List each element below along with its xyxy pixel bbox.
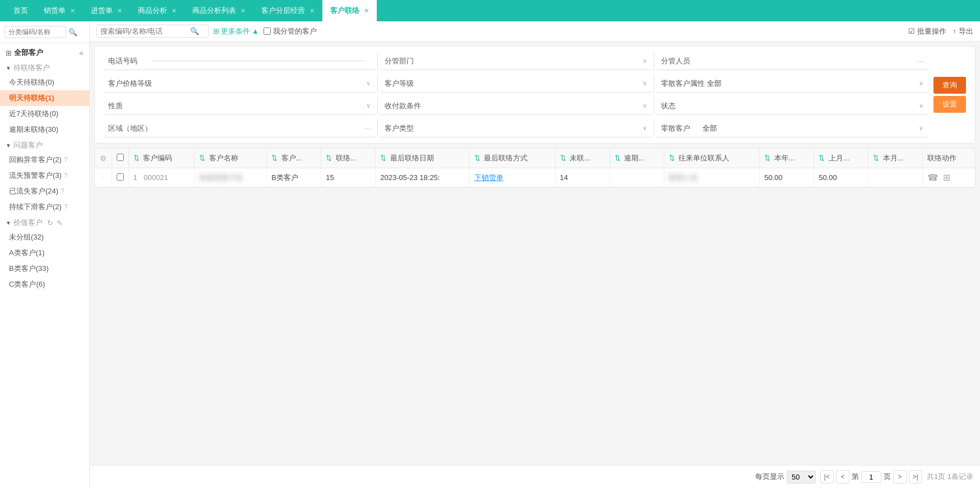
col-action: 联络动作 [923, 149, 975, 168]
more-filter-btn[interactable]: ⊞ 更多条件 ▲ [213, 26, 259, 36]
sort-icon2[interactable]: ⇅ [199, 154, 205, 162]
my-customers-check[interactable] [264, 27, 271, 35]
more-action-icon[interactable]: ⊞ [943, 172, 950, 183]
chevron-down-icon8: ∨ [642, 125, 647, 132]
sidebar-item-overdue[interactable]: 逾期未联络(30) [0, 122, 89, 137]
nav-item-customer-contact[interactable]: 客户联络 ✕ [322, 0, 377, 21]
payment-select[interactable]: ∨ [535, 102, 647, 109]
sidebar-search-area: 🔍 [0, 21, 89, 43]
manager-dots[interactable]: ··· [917, 57, 923, 65]
sidebar-item-declining[interactable]: 持续下滑客户(2) ? [0, 199, 89, 215]
dept-select[interactable]: ∨ [535, 57, 647, 65]
price-tier-select[interactable]: ∨ [261, 80, 371, 87]
help-icon-declining[interactable]: ? [64, 203, 68, 211]
filter-price-tier: 客户价格等级 ∨ [104, 75, 375, 93]
nav-item-customer-tier[interactable]: 客户分层经营 ✕ [253, 0, 322, 21]
scatter-attr-select[interactable]: ∨ [822, 80, 923, 87]
close-analysis-list-icon[interactable]: ✕ [241, 7, 246, 15]
export-btn[interactable]: ↑ 导出 [953, 26, 974, 36]
query-button[interactable]: 查询 [933, 77, 966, 94]
sort-icon7[interactable]: ⇅ [560, 154, 566, 162]
row-this-year: 50.00 [760, 168, 814, 187]
sort-icon3[interactable]: ⇅ [271, 154, 278, 162]
sidebar-item-churned[interactable]: 已流失客户(24) ? [0, 183, 89, 199]
sort-icon8[interactable]: ⇅ [614, 154, 621, 162]
sidebar-item-tomorrow[interactable]: 明天待联络(1) [0, 90, 89, 106]
sort-icon12[interactable]: ⇅ [873, 154, 879, 162]
filter-status: 状态 ∨ [657, 97, 928, 115]
customer-tier-select[interactable]: ∨ [535, 80, 647, 87]
col-contact-count: ⇅ 联络... [321, 149, 376, 168]
filter-scatter-attr: 零散客户属性 全部 ∨ [657, 75, 928, 93]
row-last-method: 下销货单 [469, 168, 555, 187]
filter-icon: ⊞ [213, 27, 219, 35]
sidebar-collapse-btn[interactable]: « [79, 48, 84, 57]
row-contact-count: 15 [321, 168, 376, 187]
nav-item-home[interactable]: 首页 [6, 0, 36, 21]
prev-page-btn[interactable]: < [836, 470, 849, 484]
help-icon-churned[interactable]: ? [61, 187, 64, 195]
filter-customer-tier: 客户等级 ∨ [380, 75, 651, 93]
sidebar-item-class-c[interactable]: C类客户(6) [0, 277, 89, 292]
nav-item-analysis-list[interactable]: 商品分析列表 ✕ [184, 0, 253, 21]
search-icon[interactable]: 🔍 [190, 27, 199, 35]
sidebar-item-class-b[interactable]: B类客户(33) [0, 261, 89, 277]
help-icon-repurchase[interactable]: ? [64, 156, 68, 164]
filter-region: 区域（地区） ··· [104, 119, 375, 137]
close-customer-tier-icon[interactable]: ✕ [309, 7, 315, 15]
sidebar-item-7days[interactable]: 近7天待联络(0) [0, 106, 89, 122]
next-page-btn[interactable]: > [893, 470, 907, 484]
row-last-month: 50.00 [814, 168, 868, 187]
status-select[interactable]: ∨ [812, 102, 923, 109]
col-last-month: ⇅ 上月... [814, 149, 868, 168]
sidebar-search-icon[interactable]: 🔍 [68, 28, 77, 36]
customer-type-select[interactable]: ∨ [535, 125, 647, 132]
value-customer-group[interactable]: ▼ 价值客户 ↻ ✎ [0, 215, 89, 229]
sidebar-item-repurchase[interactable]: 回购异常客户(2) ? [0, 152, 89, 168]
problem-customer-group[interactable]: ▼ 问题客户 [0, 137, 89, 152]
first-page-btn[interactable]: |< [820, 470, 834, 484]
checkbox-col-header [112, 149, 128, 168]
sort-icon11[interactable]: ⇅ [819, 154, 825, 162]
region-dots[interactable]: ··· [364, 124, 371, 132]
nav-item-analysis[interactable]: 商品分析 ✕ [130, 0, 184, 21]
filter-row-3: 性质 ∨ 收付款条件 ∨ [104, 97, 928, 115]
gear-icon[interactable]: ⚙ [100, 154, 107, 163]
edit-icon[interactable]: ✎ [57, 219, 63, 227]
sort-icon[interactable]: ⇅ [133, 154, 140, 162]
sidebar-item-today[interactable]: 今天待联络(0) [0, 75, 89, 90]
scatter-select[interactable]: ∨ [820, 125, 923, 132]
batch-op-btn[interactable]: ☑ 批量操作 [908, 26, 946, 36]
pending-contact-group[interactable]: ▼ 待联络客户 [0, 60, 89, 75]
search-input[interactable] [100, 27, 190, 35]
sidebar-item-ungrouped[interactable]: 未分组(32) [0, 229, 89, 245]
sort-icon6[interactable]: ⇅ [474, 154, 480, 162]
close-customer-contact-icon[interactable]: ✕ [364, 7, 369, 15]
all-customers-header[interactable]: ⊞ 全部客户 « [0, 43, 89, 60]
page-number-input[interactable] [861, 471, 881, 483]
search-bar: 🔍 [96, 25, 209, 38]
sidebar-item-churn-warning[interactable]: 流失预警客户(3) ? [0, 168, 89, 183]
sort-icon5[interactable]: ⇅ [380, 154, 386, 162]
page-size-select[interactable]: 20 50 100 200 [787, 471, 816, 484]
filter-nature: 性质 ∨ [104, 97, 375, 115]
last-page-btn[interactable]: >| [909, 470, 922, 484]
sidebar-item-class-a[interactable]: A类客户(1) [0, 245, 89, 261]
close-purchase-icon[interactable]: ✕ [117, 7, 122, 15]
sort-icon10[interactable]: ⇅ [764, 154, 770, 162]
phone-action-icon[interactable]: ☎ [927, 172, 939, 183]
nav-item-purchase[interactable]: 进货单 ✕ [83, 0, 130, 21]
close-analysis-icon[interactable]: ✕ [172, 7, 177, 15]
table-header-row: ⚙ ⇅ 客户编码 ⇅ 客户名称 [95, 149, 975, 168]
refresh-icon[interactable]: ↻ [47, 219, 53, 227]
nature-select[interactable]: ∨ [259, 102, 371, 109]
sidebar-search-input[interactable] [4, 26, 66, 38]
help-icon-churn-warning[interactable]: ? [64, 172, 68, 179]
select-all-checkbox[interactable] [117, 154, 124, 161]
row-select-checkbox[interactable] [117, 173, 124, 181]
close-sales-icon[interactable]: ✕ [70, 7, 75, 15]
settings-button[interactable]: 设置 [933, 96, 966, 113]
nav-item-sales[interactable]: 销货单 ✕ [36, 0, 83, 21]
sort-icon9[interactable]: ⇅ [669, 154, 675, 162]
sort-icon4[interactable]: ⇅ [326, 154, 332, 162]
